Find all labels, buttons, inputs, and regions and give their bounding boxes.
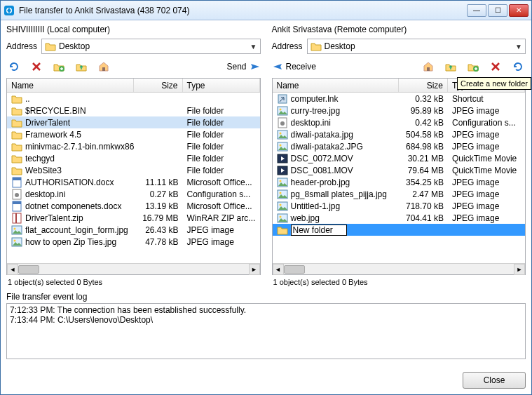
file-row[interactable]: AUTHORISATION.docx11.11 kBMicrosoft Offi… bbox=[7, 176, 260, 188]
remote-col-size[interactable]: Size bbox=[399, 79, 448, 92]
folder-icon bbox=[11, 153, 22, 164]
close-window-button[interactable]: ✕ bbox=[509, 4, 528, 17]
local-parent-folder-button[interactable] bbox=[74, 59, 89, 74]
file-row[interactable]: curry-tree.jpg95.89 kBJPEG image bbox=[273, 105, 526, 116]
folder-icon bbox=[277, 225, 288, 236]
scroll-thumb[interactable] bbox=[284, 265, 305, 274]
file-name: DriverTalent.zip bbox=[25, 213, 83, 223]
maximize-button[interactable]: ☐ bbox=[488, 4, 507, 17]
file-row[interactable]: Framework 4.5File folder bbox=[7, 128, 260, 140]
file-type: File folder bbox=[183, 166, 260, 175]
remote-pane-title: Ankit Srivastava (Remote computer) bbox=[272, 25, 526, 34]
remote-parent-folder-button[interactable] bbox=[443, 59, 458, 74]
file-size: 504.58 kB bbox=[399, 130, 448, 140]
file-name: pg_8small plates_pijja.jpg bbox=[291, 189, 387, 199]
file-row[interactable]: WebSite3File folder bbox=[7, 164, 260, 176]
file-row[interactable]: pg_8small plates_pijja.jpg2.47 MBJPEG im… bbox=[273, 188, 526, 200]
file-row[interactable]: web.jpg704.41 kBJPEG image bbox=[273, 212, 526, 224]
file-row[interactable]: techgydFile folder bbox=[7, 152, 260, 164]
local-refresh-button[interactable] bbox=[6, 59, 22, 74]
file-row[interactable]: how to open Zip Ties.jpg47.78 kBJPEG ima… bbox=[7, 236, 260, 248]
file-name: computer.lnk bbox=[291, 94, 339, 104]
file-type: JPEG image bbox=[448, 178, 525, 187]
remote-address-label: Address bbox=[272, 41, 303, 51]
file-row[interactable]: .. bbox=[7, 93, 260, 105]
remote-address-combo[interactable]: Desktop ▼ bbox=[307, 39, 526, 54]
img-icon bbox=[277, 141, 288, 152]
remote-file-list[interactable]: Name Size Type computer.lnk0.32 kBShortc… bbox=[272, 78, 526, 275]
file-name: DSC_0072.MOV bbox=[291, 154, 353, 163]
file-row[interactable]: minivmac-2.7.1-bin.nmkwx86sFile folder bbox=[7, 140, 260, 152]
folder-icon bbox=[11, 129, 22, 140]
file-type: Configuration s... bbox=[183, 189, 260, 199]
file-row[interactable]: desktop.ini0.27 kBConfiguration s... bbox=[7, 188, 260, 200]
minimize-button[interactable]: — bbox=[467, 4, 486, 17]
receive-button[interactable]: Receive bbox=[272, 61, 316, 72]
file-name: WebSite3 bbox=[25, 166, 62, 175]
file-type: QuickTime Movie bbox=[448, 154, 525, 163]
file-name: Framework 4.5 bbox=[25, 130, 81, 140]
app-icon bbox=[4, 5, 15, 16]
file-name: web.jpg bbox=[291, 213, 320, 223]
file-row[interactable]: DSC_0081.MOV79.64 MBQuickTime Movie bbox=[273, 164, 526, 176]
remote-hscrollbar[interactable]: ◄ ► bbox=[273, 263, 526, 274]
remote-refresh-button[interactable] bbox=[510, 59, 526, 74]
send-label: Send bbox=[226, 62, 246, 72]
remote-home-button[interactable] bbox=[421, 59, 436, 74]
file-size: 13.19 kB bbox=[134, 201, 183, 211]
file-row[interactable]: DSC_0072.MOV30.21 MBQuickTime Movie bbox=[273, 152, 526, 164]
file-row[interactable]: DriverTalentFile folder bbox=[7, 116, 260, 128]
file-size: 0.42 kB bbox=[399, 118, 448, 128]
scroll-left-arrow[interactable]: ◄ bbox=[273, 264, 284, 275]
file-row[interactable]: flat_account_login_form.jpg26.43 kBJPEG … bbox=[7, 224, 260, 236]
scroll-left-arrow[interactable]: ◄ bbox=[7, 264, 18, 275]
local-file-list[interactable]: Name Size Type ..$RECYCLE.BINFile folder… bbox=[6, 78, 261, 275]
close-button[interactable]: Close bbox=[463, 372, 526, 389]
file-name: desktop.ini bbox=[291, 118, 331, 128]
file-type: JPEG image bbox=[448, 189, 525, 199]
file-row[interactable]: desktop.ini0.42 kBConfiguration s... bbox=[273, 116, 526, 128]
img-icon bbox=[11, 236, 22, 248]
file-row[interactable]: $RECYCLE.BINFile folder bbox=[7, 105, 260, 116]
file-row[interactable]: diwali-pataka.jpg504.58 kBJPEG image bbox=[273, 128, 526, 140]
file-row[interactable]: DriverTalent.zip16.79 MBWinRAR ZIP arc..… bbox=[7, 212, 260, 224]
file-type: File folder bbox=[183, 118, 260, 128]
file-name: DriverTalent bbox=[25, 118, 70, 128]
img-icon bbox=[277, 201, 288, 212]
local-col-size[interactable]: Size bbox=[134, 79, 183, 92]
folder-icon bbox=[11, 105, 22, 116]
zip-icon bbox=[11, 213, 22, 224]
local-delete-button[interactable] bbox=[29, 59, 44, 74]
file-size: 47.78 kB bbox=[134, 237, 183, 247]
ini-icon bbox=[11, 189, 22, 200]
file-type: JPEG image bbox=[448, 213, 525, 223]
log-box[interactable]: 7:12:33 PM: The connection has been esta… bbox=[6, 303, 526, 359]
scroll-thumb[interactable] bbox=[18, 265, 39, 274]
local-new-folder-button[interactable] bbox=[51, 59, 67, 74]
file-row[interactable] bbox=[273, 224, 526, 236]
file-row[interactable]: Untitled-1.jpg718.70 kBJPEG image bbox=[273, 200, 526, 212]
file-row[interactable]: header-prob.jpg354.25 kBJPEG image bbox=[273, 176, 526, 188]
local-hscrollbar[interactable]: ◄ ► bbox=[7, 263, 260, 274]
send-button[interactable]: Send bbox=[226, 61, 260, 72]
scroll-right-arrow[interactable]: ► bbox=[514, 264, 525, 275]
img-icon bbox=[277, 129, 288, 140]
file-size: 30.21 MB bbox=[399, 154, 448, 163]
file-row[interactable]: diwali-pataka2.JPG684.98 kBJPEG image bbox=[273, 140, 526, 152]
file-name: minivmac-2.7.1-bin.nmkwx86s bbox=[25, 142, 134, 152]
local-col-type[interactable]: Type bbox=[183, 79, 260, 92]
file-size: 95.89 kB bbox=[399, 106, 448, 116]
remote-col-name[interactable]: Name bbox=[273, 79, 400, 92]
remote-delete-button[interactable] bbox=[488, 59, 503, 74]
local-address-combo[interactable]: Desktop ▼ bbox=[41, 39, 260, 54]
local-col-name[interactable]: Name bbox=[7, 79, 134, 92]
log-line: 7:12:33 PM: The connection has been esta… bbox=[10, 305, 522, 315]
scroll-right-arrow[interactable]: ► bbox=[249, 264, 260, 275]
local-home-button[interactable] bbox=[96, 59, 111, 74]
file-type: QuickTime Movie bbox=[448, 166, 525, 175]
receive-icon bbox=[272, 61, 283, 72]
rename-input[interactable] bbox=[291, 225, 347, 236]
remote-new-folder-button[interactable] bbox=[465, 59, 481, 74]
file-row[interactable]: computer.lnk0.32 kBShortcut bbox=[273, 93, 526, 105]
file-row[interactable]: dotnet componenets.docx13.19 kBMicrosoft… bbox=[7, 200, 260, 212]
